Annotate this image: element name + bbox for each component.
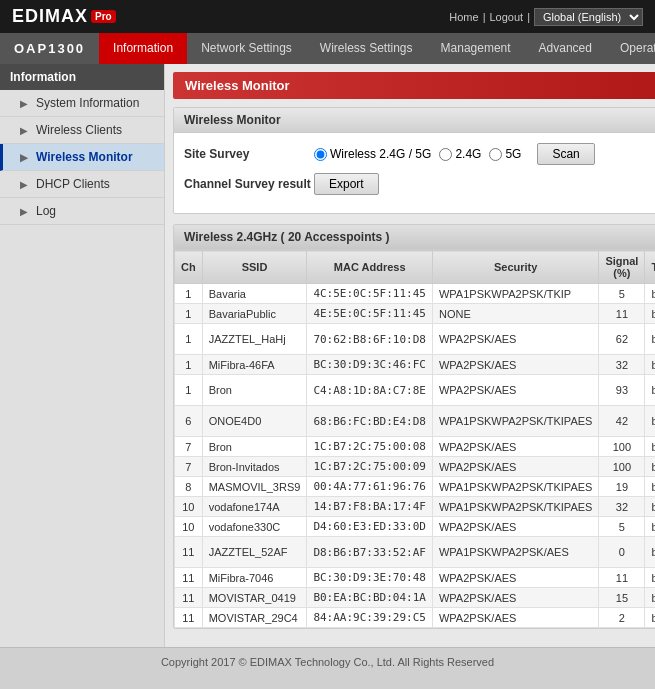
table-wrapper: Ch SSID MAC Address Security Signal(%) T… — [174, 250, 655, 628]
cell-ch: 11 — [175, 568, 203, 588]
cell-mac: D4:60:E3:ED:33:0D — [307, 517, 433, 537]
cell-security: WPA1PSKWPA2PSK/AES — [432, 537, 598, 568]
cell-ch: 6 — [175, 406, 203, 437]
cell-security: WPA1PSKWPA2PSK/TKIPAES — [432, 477, 598, 497]
radio-5g[interactable] — [489, 148, 502, 161]
col-mac: MAC Address — [307, 251, 433, 284]
logout-link[interactable]: Logout — [489, 11, 523, 23]
page-title: Wireless Monitor — [173, 72, 655, 99]
cell-mac: 84:AA:9C:39:29:C5 — [307, 608, 433, 628]
wireless-section-header: Wireless 2.4GHz ( 20 Accesspoints ) — [174, 225, 655, 250]
radio-2.4g[interactable] — [439, 148, 452, 161]
cell-security: WPA1PSKWPA2PSK/TKIP — [432, 284, 598, 304]
cell-ssid: MiFibra-7046 — [202, 568, 307, 588]
cell-signal: 32 — [599, 355, 645, 375]
sidebar: Information ▶ System Information ▶ Wirel… — [0, 64, 165, 647]
table-row: 11 MOVISTAR_0419 B0:EA:BC:BD:04:1A WPA2P… — [175, 588, 656, 608]
table-row: 1 Bron C4:A8:1D:8A:C7:8E WPA2PSK/AES 93 … — [175, 375, 656, 406]
cell-ch: 1 — [175, 375, 203, 406]
panel-header: Wireless Monitor — [174, 108, 655, 133]
sidebar-item-wireless-monitor[interactable]: ▶ Wireless Monitor — [0, 144, 164, 171]
cell-mac: 4E:5E:0C:5F:11:45 — [307, 304, 433, 324]
cell-security: WPA2PSK/AES — [432, 324, 598, 355]
sidebar-item-system-information[interactable]: ▶ System Information — [0, 90, 164, 117]
table-row: 11 JAZZTEL_52AF D8:B6:B7:33:52:AF WPA1PS… — [175, 537, 656, 568]
radio-5g-label[interactable]: 5G — [489, 147, 521, 161]
table-row: 1 BavariaPublic 4E:5E:0C:5F:11:45 NONE 1… — [175, 304, 656, 324]
col-ch: Ch — [175, 251, 203, 284]
nav-bar: OAP1300 Information Network Settings Wir… — [0, 33, 655, 64]
table-row: 10 vodafone174A 14:B7:F8:BA:17:4F WPA1PS… — [175, 497, 656, 517]
table-row: 11 MOVISTAR_29C4 84:AA:9C:39:29:C5 WPA2P… — [175, 608, 656, 628]
cell-mac: BC:30:D9:3C:46:FC — [307, 355, 433, 375]
cell-type: b/g/n — [645, 517, 655, 537]
cell-security: NONE — [432, 304, 598, 324]
nav-network-settings[interactable]: Network Settings — [187, 33, 306, 64]
site-survey-label: Site Survey — [184, 147, 314, 161]
cell-ssid: MOVISTAR_29C4 — [202, 608, 307, 628]
sidebar-item-dhcp-clients[interactable]: ▶ DHCP Clients — [0, 171, 164, 198]
cell-type: b/g/n — [645, 406, 655, 437]
sidebar-label: Wireless Clients — [36, 123, 122, 137]
radio-both-label[interactable]: Wireless 2.4G / 5G — [314, 147, 431, 161]
cell-ch: 1 — [175, 355, 203, 375]
table-row: 1 Bavaria 4C:5E:0C:5F:11:45 WPA1PSKWPA2P… — [175, 284, 656, 304]
nav-information[interactable]: Information — [99, 33, 187, 64]
cell-security: WPA2PSK/AES — [432, 568, 598, 588]
cell-signal: 5 — [599, 284, 645, 304]
cell-security: WPA2PSK/AES — [432, 608, 598, 628]
channel-survey-row: Channel Survey result Export — [184, 173, 655, 195]
cell-mac: 68:B6:FC:BD:E4:D8 — [307, 406, 433, 437]
cell-signal: 100 — [599, 437, 645, 457]
panel-body: Site Survey Wireless 2.4G / 5G 2.4G 5 — [174, 133, 655, 213]
cell-ch: 11 — [175, 588, 203, 608]
cell-ssid: Bron — [202, 375, 307, 406]
logo-pro: Pro — [91, 10, 116, 23]
cell-security: WPA2PSK/AES — [432, 375, 598, 406]
table-row: 11 MiFibra-7046 BC:30:D9:3E:70:48 WPA2PS… — [175, 568, 656, 588]
sidebar-label: DHCP Clients — [36, 177, 110, 191]
logo-text: EDIMAX — [12, 6, 88, 27]
cell-ssid: vodafone174A — [202, 497, 307, 517]
nav-wireless-settings[interactable]: Wireless Settings — [306, 33, 427, 64]
radio-2.4g-label[interactable]: 2.4G — [439, 147, 481, 161]
radio-5g-text: 5G — [505, 147, 521, 161]
cell-security: WPA2PSK/AES — [432, 457, 598, 477]
sidebar-header: Information — [0, 64, 164, 90]
cell-security: WPA1PSKWPA2PSK/TKIPAES — [432, 497, 598, 517]
cell-ch: 7 — [175, 457, 203, 477]
home-link[interactable]: Home — [449, 11, 478, 23]
cell-signal: 62 — [599, 324, 645, 355]
content-area: Wireless Monitor Wireless Monitor Site S… — [165, 64, 655, 647]
cell-type: b/g/n — [645, 588, 655, 608]
nav-management[interactable]: Management — [427, 33, 525, 64]
sidebar-label: Log — [36, 204, 56, 218]
radio-both[interactable] — [314, 148, 327, 161]
nav-advanced[interactable]: Advanced — [525, 33, 606, 64]
cell-signal: 32 — [599, 497, 645, 517]
cell-ssid: MASMOVIL_3RS9 — [202, 477, 307, 497]
arrow-icon: ▶ — [20, 98, 28, 109]
wireless-table: Ch SSID MAC Address Security Signal(%) T… — [174, 250, 655, 628]
table-row: 10 vodafone330C D4:60:E3:ED:33:0D WPA2PS… — [175, 517, 656, 537]
channel-survey-label: Channel Survey result — [184, 177, 314, 191]
arrow-icon: ▶ — [20, 206, 28, 217]
scan-button[interactable]: Scan — [537, 143, 594, 165]
cell-ch: 7 — [175, 437, 203, 457]
cell-signal: 100 — [599, 457, 645, 477]
cell-type: b/g/n — [645, 437, 655, 457]
radio-both-text: Wireless 2.4G / 5G — [330, 147, 431, 161]
language-select[interactable]: Global (English) — [534, 8, 643, 26]
cell-mac: B0:EA:BC:BD:04:1A — [307, 588, 433, 608]
cell-type: b/g/n — [645, 497, 655, 517]
header-right: Home | Logout | Global (English) — [449, 8, 643, 26]
sidebar-item-wireless-clients[interactable]: ▶ Wireless Clients — [0, 117, 164, 144]
radio-group: Wireless 2.4G / 5G 2.4G 5G Scan — [314, 143, 595, 165]
nav-operation-mode[interactable]: Operation Mode — [606, 33, 655, 64]
cell-signal: 5 — [599, 517, 645, 537]
export-button[interactable]: Export — [314, 173, 379, 195]
device-model: OAP1300 — [0, 33, 99, 64]
footer: Copyright 2017 © EDIMAX Technology Co., … — [0, 647, 655, 676]
sidebar-item-log[interactable]: ▶ Log — [0, 198, 164, 225]
arrow-icon: ▶ — [20, 152, 28, 163]
